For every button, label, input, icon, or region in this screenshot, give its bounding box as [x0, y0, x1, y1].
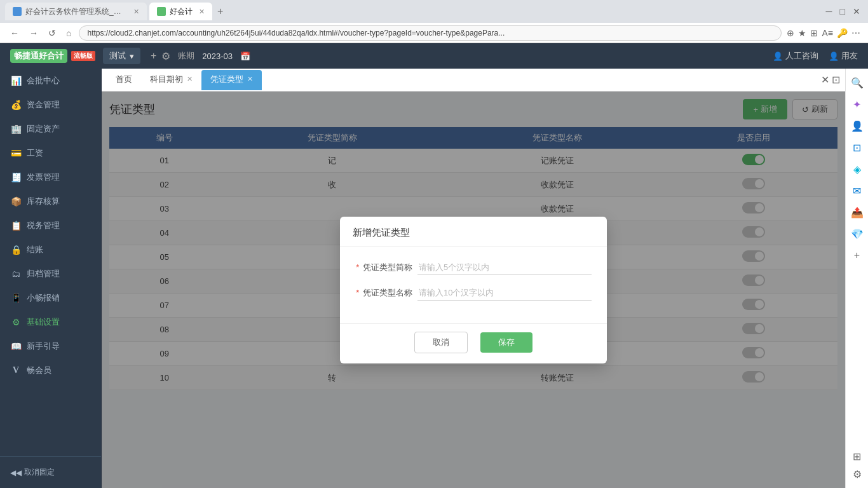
sidebar-label-salary: 工资 [27, 147, 43, 159]
abbr-required-star: * [356, 262, 359, 272]
tabs-expand-button[interactable]: ⊡ [832, 74, 840, 86]
abbr-input[interactable] [417, 260, 592, 275]
tab-home-label: 首页 [116, 74, 132, 85]
sidebar-label-expense: 小畅报销 [27, 292, 60, 304]
rs-share-icon[interactable]: 📤 [848, 203, 866, 221]
modal-title: 新增凭证类型 [353, 227, 410, 238]
new-tab-button[interactable]: + [215, 6, 226, 17]
close-browser-button[interactable]: ✕ [850, 5, 863, 18]
immersive-reader-icon[interactable]: A≡ [822, 28, 833, 38]
bookmark-icon[interactable]: ★ [798, 28, 806, 38]
sidebar-item-member[interactable]: V 畅会员 [0, 358, 101, 383]
sidebar-item-fixed[interactable]: 🏢 固定资产 [0, 117, 101, 141]
user-icon: 👤 [829, 51, 839, 61]
browser-tab-2[interactable]: 好会计 ✕ [149, 3, 212, 20]
sidebar-item-salary[interactable]: 💳 工资 [0, 141, 101, 165]
sidebar-label-member: 畅会员 [27, 365, 51, 376]
sidebar-item-close[interactable]: 🔒 结账 [0, 238, 101, 262]
sidebar-label-dashboard: 会批中心 [27, 75, 60, 86]
salary-icon: 💳 [10, 147, 22, 159]
cancel-button[interactable]: 取消 [414, 332, 468, 353]
sidebar-item-expense[interactable]: 📱 小畅报销 [0, 286, 101, 310]
settings-button[interactable]: ⚙ [161, 50, 170, 62]
period-value: 2023-03 [202, 51, 233, 61]
refresh-button[interactable]: ↺ [46, 27, 58, 39]
rs-outlook-icon[interactable]: ⊡ [848, 139, 866, 156]
sidebar-item-guide[interactable]: 📖 新手引导 [0, 334, 101, 358]
cancel-pin-button[interactable]: ◀◀ 取消固定 [0, 462, 101, 483]
rs-grid-icon[interactable]: ⊞ [848, 447, 866, 465]
sidebar-label-close: 结账 [27, 244, 43, 255]
name-form-row: * 凭证类型名称 [355, 285, 592, 301]
maximize-button[interactable]: □ [837, 5, 848, 18]
workspace-arrow: ▾ [130, 51, 134, 61]
abbr-form-row: * 凭证类型简称 [355, 260, 592, 275]
fixed-icon: 🏢 [10, 123, 22, 135]
extensions-icon[interactable]: ⊕ [787, 28, 794, 38]
rs-settings-icon[interactable]: ⚙ [848, 465, 866, 483]
sidebar-item-archive[interactable]: 🗂 归档管理 [0, 262, 101, 286]
tab-voucher-close[interactable]: ✕ [247, 75, 253, 83]
app-header: 畅捷通好合计 流畅版 测试 ▾ + ⚙ 账期 2023-03 📅 👤 人工咨询 … [0, 43, 868, 69]
forward-button[interactable]: → [27, 27, 41, 39]
pin-icon: ◀◀ [10, 468, 22, 477]
tab-subject-close[interactable]: ✕ [187, 75, 193, 83]
inventory-icon: 📦 [10, 196, 22, 207]
logo-badge: 流畅版 [71, 51, 95, 61]
sidebar: 📊 会批中心 💰 资金管理 🏢 固定资产 💳 工资 🧾 发票管理 📦 库 [0, 69, 102, 488]
rs-gem-icon[interactable]: 💎 [848, 225, 866, 243]
settings-icon[interactable]: ⋯ [851, 28, 860, 38]
rs-add-icon[interactable]: + [848, 247, 866, 264]
home-button[interactable]: ⌂ [64, 27, 74, 39]
tab-home[interactable]: 首页 [107, 70, 141, 90]
rs-chart-icon[interactable]: ◈ [848, 160, 866, 178]
abbr-label: * 凭证类型简称 [355, 262, 412, 273]
invoice-icon: 🧾 [10, 172, 22, 183]
name-input[interactable] [417, 285, 592, 301]
tabs-collapse-button[interactable]: ✕ [821, 74, 829, 86]
page-content: 凭证类型 + 新增 ↺ 刷新 编号 凭证类型简称 [102, 92, 845, 488]
user-button[interactable]: 👤 用友 [829, 50, 858, 62]
tab-voucher-type[interactable]: 凭证类型 ✕ [201, 70, 262, 90]
tab-2-close[interactable]: ✕ [199, 8, 205, 16]
tab-subject-label: 科目期初 [150, 74, 183, 85]
minimize-button[interactable]: ─ [824, 5, 835, 18]
rs-mail-icon[interactable]: ✉ [848, 182, 866, 200]
close-icon: 🔒 [10, 244, 22, 255]
sidebar-item-invoice[interactable]: 🧾 发票管理 [0, 165, 101, 189]
sidebar-item-dashboard[interactable]: 📊 会批中心 [0, 69, 101, 93]
sidebar-item-settings[interactable]: ⚙ 基础设置 [0, 310, 101, 334]
sidebar-label-finance: 资金管理 [27, 99, 60, 111]
browser-tab-1[interactable]: 好会计云务软件管理系统_会计 ✕ [5, 3, 147, 20]
rs-user-icon[interactable]: 👤 [848, 117, 866, 135]
consult-label: 人工咨询 [785, 50, 818, 62]
collections-icon[interactable]: ⊞ [810, 28, 818, 38]
consult-icon: 👤 [773, 51, 783, 61]
abbr-label-text: 凭证类型简称 [363, 262, 412, 272]
back-button[interactable]: ← [8, 27, 22, 39]
sidebar-item-tax[interactable]: 📋 税务管理 [0, 214, 101, 238]
finance-icon: 💰 [10, 99, 22, 111]
sidebar-item-finance[interactable]: 💰 资金管理 [0, 93, 101, 117]
workspace-selector[interactable]: 测试 ▾ [103, 48, 140, 64]
address-input[interactable] [79, 25, 782, 41]
expense-icon: 📱 [10, 292, 22, 304]
favorites-icon[interactable]: 🔑 [837, 28, 848, 38]
sidebar-item-inventory[interactable]: 📦 库存核算 [0, 189, 101, 214]
right-sidebar: 🔍 ✦ 👤 ⊡ ◈ ✉ 📤 💎 + ⊞ ⚙ [845, 69, 868, 488]
tab-subject[interactable]: 科目期初 ✕ [141, 70, 201, 90]
add-workspace-button[interactable]: + [151, 50, 156, 62]
tab-2-title: 好会计 [170, 6, 193, 17]
logo-text: 畅捷通好合计 [14, 51, 64, 60]
rs-ai-icon[interactable]: ✦ [848, 95, 866, 113]
tab-1-close[interactable]: ✕ [133, 8, 139, 16]
save-button[interactable]: 保存 [480, 332, 532, 353]
name-required-star: * [356, 288, 359, 297]
sidebar-label-archive: 归档管理 [27, 268, 60, 280]
period-label: 账期 [178, 50, 194, 62]
consult-button[interactable]: 👤 人工咨询 [773, 50, 818, 62]
header-right: 👤 人工咨询 👤 用友 [773, 50, 858, 62]
sidebar-label-guide: 新手引导 [27, 341, 60, 352]
calendar-icon[interactable]: 📅 [240, 51, 250, 61]
rs-search-icon[interactable]: 🔍 [848, 74, 866, 92]
